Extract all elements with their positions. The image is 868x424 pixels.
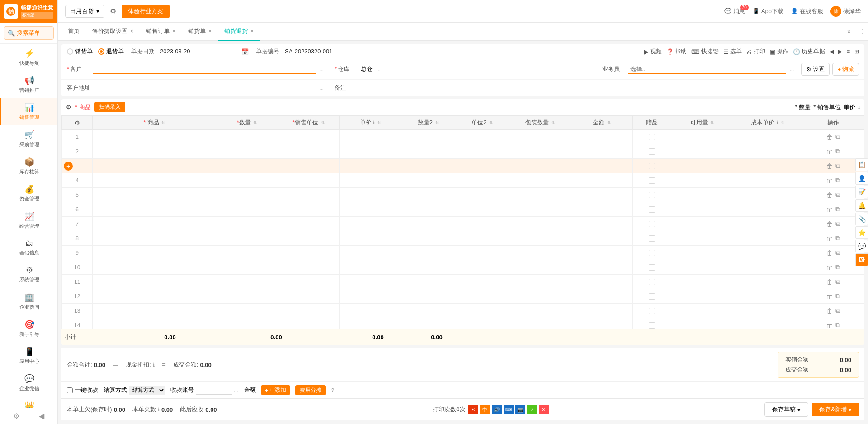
tab-sales-delivery[interactable]: 销货单 ×: [182, 23, 218, 41]
close-price-settings-tab[interactable]: ×: [130, 28, 133, 34]
gift-cell-9[interactable]: [632, 246, 671, 260]
price-cell-14[interactable]: [340, 318, 401, 329]
credit-info-icon[interactable]: ℹ: [158, 407, 160, 413]
gift-checkbox-8[interactable]: [649, 235, 655, 242]
unit2-cell-3[interactable]: [455, 159, 509, 173]
search-menu-button[interactable]: 🔍 搜索菜单: [4, 26, 54, 40]
gift-cell-4[interactable]: [632, 173, 671, 188]
price-cell-2[interactable]: [340, 144, 401, 159]
product-input-14[interactable]: [94, 322, 214, 329]
sidebar-item-quick-nav[interactable]: ⚡ 快捷导航: [0, 44, 57, 71]
cost-cell-8[interactable]: [733, 231, 802, 246]
save-draft-btn[interactable]: 保存草稿 ▾: [764, 402, 808, 417]
qty-input-5[interactable]: [218, 191, 276, 198]
select-btn[interactable]: ☰ 选单: [723, 48, 742, 56]
unit-cell-14[interactable]: [278, 318, 340, 329]
unit2-cell-11[interactable]: [455, 275, 509, 289]
unit-cell-12[interactable]: [278, 289, 340, 304]
sidebar-item-sales[interactable]: 📊 销售管理: [0, 98, 57, 125]
unit-input-11[interactable]: [280, 278, 338, 285]
payment-help-icon[interactable]: ?: [331, 387, 334, 393]
product-cell-7[interactable]: [93, 217, 216, 231]
price-cell-1[interactable]: [340, 130, 401, 144]
customer-dots-btn[interactable]: ...: [319, 66, 324, 72]
product-input-5[interactable]: [94, 191, 214, 198]
pkg-cell-6[interactable]: [509, 202, 571, 217]
unit-input-4[interactable]: [280, 177, 338, 184]
s-icon-1[interactable]: S: [468, 405, 478, 414]
maximize-tab-btn[interactable]: ⛶: [854, 26, 864, 37]
unit2-cell-12[interactable]: [455, 289, 509, 304]
cost-cell-9[interactable]: [733, 246, 802, 260]
copy-row-2-btn[interactable]: ⧉: [835, 148, 840, 155]
product-cell-1[interactable]: [93, 130, 216, 144]
grid-view-btn[interactable]: ⊞: [854, 48, 859, 55]
collapse-footer-btn[interactable]: ◀: [39, 412, 44, 420]
unit-cell-8[interactable]: [278, 231, 340, 246]
qty2-cell-12[interactable]: [401, 289, 455, 304]
qty-input-4[interactable]: [218, 177, 276, 184]
product-cell-11[interactable]: [93, 275, 216, 289]
qty2-cell-9[interactable]: [401, 246, 455, 260]
product-input-3[interactable]: [94, 162, 214, 169]
price-sort-icon[interactable]: ⇅: [377, 120, 381, 125]
one-click-checkbox[interactable]: [67, 387, 73, 393]
salesperson-dots-btn[interactable]: ...: [789, 66, 794, 72]
copy-row-12-btn[interactable]: ⧉: [835, 292, 840, 300]
qty2-cell-8[interactable]: [401, 231, 455, 246]
qty-input-11[interactable]: [218, 278, 276, 285]
copy-row-4-btn[interactable]: ⧉: [835, 176, 840, 184]
unit-cell-10[interactable]: [278, 260, 340, 275]
right-panel-btn-7[interactable]: 💬: [855, 240, 868, 252]
unit-cell-4[interactable]: [278, 173, 340, 188]
price-info-icon[interactable]: ℹ: [858, 104, 860, 110]
cost-cell-11[interactable]: [733, 275, 802, 289]
product-cell-6[interactable]: [93, 202, 216, 217]
remarks-input[interactable]: [361, 83, 859, 92]
price-cell-11[interactable]: [340, 275, 401, 289]
logistics-btn[interactable]: + 物流: [832, 63, 859, 76]
unit-input-3[interactable]: [280, 162, 338, 169]
experience-btn[interactable]: 体验行业方案: [122, 5, 170, 18]
sidebar-item-finance[interactable]: 💰 资金管理: [0, 180, 57, 207]
qty-sort-icon[interactable]: ⇅: [253, 120, 257, 125]
close-sales-delivery-tab[interactable]: ×: [208, 28, 212, 34]
unit-input-13[interactable]: [280, 307, 338, 314]
copy-row-1-btn[interactable]: ⧉: [835, 133, 840, 141]
amount-cell-12[interactable]: [571, 289, 633, 304]
gift-checkbox-6[interactable]: [649, 206, 655, 213]
gift-checkbox-13[interactable]: [649, 308, 655, 314]
product-cell-10[interactable]: [93, 260, 216, 275]
qty2-cell-7[interactable]: [401, 217, 455, 231]
warehouse-dots-btn[interactable]: ...: [376, 66, 381, 72]
delete-row-1-btn[interactable]: 🗑: [826, 133, 833, 141]
bill-date-input[interactable]: [157, 47, 239, 56]
print-btn[interactable]: 🖨 打印: [746, 48, 765, 56]
close-tab-btn[interactable]: ×: [845, 26, 853, 37]
price-cell-8[interactable]: [340, 231, 401, 246]
price-cell-7[interactable]: [340, 217, 401, 231]
right-panel-btn-2[interactable]: 👤: [855, 172, 868, 185]
s-icon-5[interactable]: 📷: [515, 405, 525, 414]
radio-return-bill[interactable]: 退货单: [98, 48, 124, 56]
qty-cell-6[interactable]: [216, 202, 278, 217]
unit-cell-9[interactable]: [278, 246, 340, 260]
gift-cell-14[interactable]: [632, 318, 671, 329]
calendar-icon[interactable]: 📅: [241, 48, 249, 55]
unit2-cell-5[interactable]: [455, 188, 509, 202]
cost-cell-12[interactable]: [733, 289, 802, 304]
pkg-cell-11[interactable]: [509, 275, 571, 289]
unit2-cell-9[interactable]: [455, 246, 509, 260]
gift-checkbox-5[interactable]: [649, 192, 655, 198]
delete-row-4-btn[interactable]: 🗑: [826, 177, 833, 184]
salesperson-input[interactable]: [628, 65, 786, 74]
avail-sort-icon[interactable]: ⇅: [710, 120, 714, 125]
cost-cell-4[interactable]: [733, 173, 802, 188]
unit-sort-icon[interactable]: ⇅: [321, 120, 325, 125]
cost-sort-icon[interactable]: ⇅: [781, 120, 784, 125]
sidebar-item-app-center[interactable]: 📱 应用中心: [0, 342, 57, 369]
gift-cell-8[interactable]: [632, 231, 671, 246]
price-cell-3[interactable]: [340, 159, 401, 173]
qty-cell-13[interactable]: [216, 304, 278, 318]
copy-row-8-btn[interactable]: ⧉: [835, 234, 840, 242]
